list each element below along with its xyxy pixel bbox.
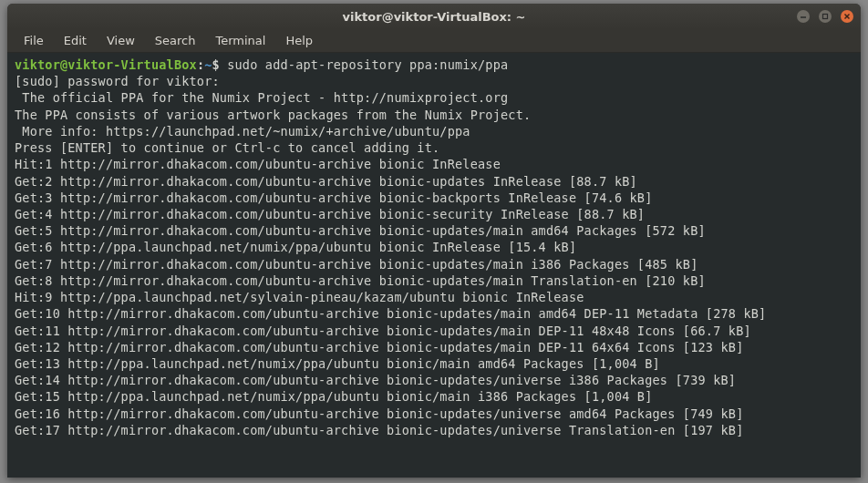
menu-help[interactable]: Help bbox=[276, 31, 322, 50]
menu-search[interactable]: Search bbox=[146, 31, 205, 50]
output-line: Get:6 http://ppa.launchpad.net/numix/ppa… bbox=[15, 239, 853, 255]
output-line: Get:8 http://mirror.dhakacom.com/ubuntu-… bbox=[15, 272, 853, 289]
minimize-button[interactable] bbox=[797, 10, 810, 23]
output-line: Get:13 http://ppa.launchpad.net/numix/pp… bbox=[15, 355, 853, 372]
output-line: Hit:9 http://ppa.launchpad.net/sylvain-p… bbox=[15, 289, 853, 305]
terminal-window: viktor@viktor-VirtualBox: ~ File Edit Vi… bbox=[7, 4, 861, 478]
prompt-separator: : bbox=[197, 57, 204, 72]
output-line: Get:10 http://mirror.dhakacom.com/ubuntu… bbox=[15, 305, 853, 322]
window-controls bbox=[797, 10, 853, 23]
output-line: [sudo] password for viktor: bbox=[15, 73, 853, 89]
menu-edit[interactable]: Edit bbox=[55, 31, 96, 50]
output-line: Get:5 http://mirror.dhakacom.com/ubuntu-… bbox=[15, 222, 853, 239]
prompt-line: viktor@viktor-VirtualBox:~$ sudo add-apt… bbox=[15, 57, 853, 73]
output-line: Get:15 http://ppa.launchpad.net/numix/pp… bbox=[15, 388, 853, 405]
menu-view[interactable]: View bbox=[98, 31, 144, 50]
menu-file[interactable]: File bbox=[15, 31, 53, 50]
close-button[interactable] bbox=[841, 10, 853, 23]
prompt-symbol: $ bbox=[212, 57, 220, 72]
prompt-path: ~ bbox=[204, 57, 212, 72]
output-line: Get:14 http://mirror.dhakacom.com/ubuntu… bbox=[15, 372, 853, 388]
output-line: Get:3 http://mirror.dhakacom.com/ubuntu-… bbox=[15, 190, 853, 206]
output-line: Get:11 http://mirror.dhakacom.com/ubuntu… bbox=[15, 323, 853, 339]
svg-rect-1 bbox=[823, 15, 828, 19]
maximize-button[interactable] bbox=[819, 10, 832, 23]
menu-terminal[interactable]: Terminal bbox=[206, 31, 274, 50]
prompt-user-host: viktor@viktor-VirtualBox bbox=[15, 57, 197, 72]
output-line: Get:4 http://mirror.dhakacom.com/ubuntu-… bbox=[15, 206, 853, 222]
output-line: Get:12 http://mirror.dhakacom.com/ubuntu… bbox=[15, 339, 853, 355]
minimize-icon bbox=[800, 13, 807, 20]
output-line: Get:17 http://mirror.dhakacom.com/ubuntu… bbox=[15, 422, 853, 438]
titlebar[interactable]: viktor@viktor-VirtualBox: ~ bbox=[7, 4, 861, 29]
output-line: The PPA consists of various artwork pack… bbox=[15, 107, 853, 123]
output-line: Hit:1 http://mirror.dhakacom.com/ubuntu-… bbox=[15, 156, 853, 172]
output-line: Get:16 http://mirror.dhakacom.com/ubuntu… bbox=[15, 406, 853, 422]
terminal-area[interactable]: viktor@viktor-VirtualBox:~$ sudo add-apt… bbox=[7, 53, 861, 478]
close-icon bbox=[843, 13, 851, 20]
menubar: File Edit View Search Terminal Help bbox=[7, 29, 861, 53]
output-line: Get:7 http://mirror.dhakacom.com/ubuntu-… bbox=[15, 256, 853, 272]
output-line: Press [ENTER] to continue or Ctrl-c to c… bbox=[15, 139, 853, 156]
window-title: viktor@viktor-VirtualBox: ~ bbox=[343, 10, 526, 24]
output-line: The official PPA for the Numix Project -… bbox=[15, 89, 853, 106]
output-line: More info: https://launchpad.net/~numix/… bbox=[15, 123, 853, 139]
output-line: Get:2 http://mirror.dhakacom.com/ubuntu-… bbox=[15, 173, 853, 190]
command-text: sudo add-apt-repository ppa:numix/ppa bbox=[220, 57, 508, 72]
maximize-icon bbox=[822, 13, 829, 20]
